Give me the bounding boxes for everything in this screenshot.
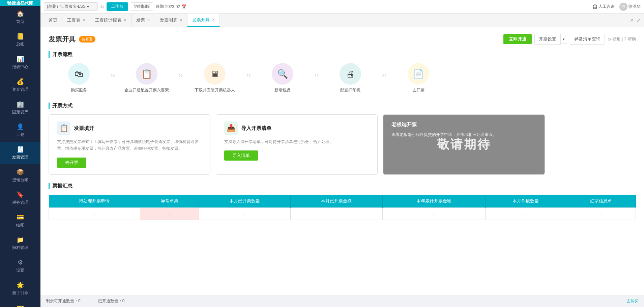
purchase-icon: 📦 bbox=[17, 168, 24, 176]
sidebar-item-invoice[interactable]: 🧾 发票管理 bbox=[0, 142, 40, 164]
sidebar-item-label: 设置 bbox=[16, 268, 24, 273]
step-arrow-1: ›› bbox=[111, 71, 115, 85]
step-issue[interactable]: 📄 去开票 bbox=[388, 63, 449, 93]
settings-dropdown-button[interactable]: ▾ bbox=[561, 35, 567, 44]
sidebar-item-guide[interactable]: 🌟 新手引导 bbox=[0, 277, 40, 300]
summary-table: 待处理开票申请 异常单票 本月已开票数量 本月已开票金额 本年累计开票金额 本月… bbox=[49, 195, 636, 220]
tab-label: 发票 bbox=[136, 17, 145, 23]
abnormal-list-button[interactable]: 异常清单查询 bbox=[570, 34, 605, 45]
summary-val-pending[interactable]: -- bbox=[49, 207, 140, 220]
step-buy[interactable]: 🛍 购买服务 bbox=[49, 63, 109, 93]
step-configure[interactable]: 📋 企业开通配置开票六要素 bbox=[116, 63, 177, 93]
step-download[interactable]: 🖥 下载并安装开票机器人 bbox=[184, 63, 245, 93]
buy-link[interactable]: 去购买 bbox=[626, 298, 639, 304]
close-icon[interactable]: ✕ bbox=[179, 18, 182, 22]
sidebar-item-settings[interactable]: ⚙ 设置 bbox=[0, 255, 40, 277]
remaining-label: 剩余可开通数量：0 bbox=[46, 298, 81, 304]
sidebar-item-label: 进销台账 bbox=[12, 177, 28, 183]
user-profile[interactable]: 徐 徐泓华 bbox=[619, 3, 641, 11]
sidebar-item-home[interactable]: 🏠 首页 bbox=[0, 6, 40, 29]
finance-icon: 💰 bbox=[17, 78, 24, 85]
avatar: 徐 bbox=[619, 3, 627, 11]
help-video-label[interactable]: 视频 bbox=[612, 36, 620, 42]
billing-manual-button[interactable]: 去开票 bbox=[57, 158, 86, 168]
summary-val-red[interactable]: -- bbox=[566, 207, 636, 220]
summary-col-count: 本月已开票数量 bbox=[199, 195, 291, 208]
step-tax[interactable]: 🔍 新增税盘 bbox=[252, 63, 313, 93]
switch-version-button[interactable]: 切到旧版 bbox=[131, 2, 153, 11]
summary-val-abnormal[interactable]: -- bbox=[140, 207, 199, 220]
copy-icon[interactable]: ⧉ bbox=[100, 4, 104, 9]
process-section-title: 开票流程 bbox=[49, 51, 636, 58]
sidebar-item-ledger[interactable]: 📒 总账 bbox=[0, 29, 40, 51]
billing-manual-title: 发票填开 bbox=[74, 125, 94, 132]
close-tab-icon[interactable]: ✕ bbox=[630, 18, 634, 23]
help-doc-label[interactable]: 帮助 bbox=[628, 36, 636, 42]
tab-invoice[interactable]: 发票 ✕ bbox=[131, 13, 155, 27]
billing-import-button[interactable]: 导入清单 bbox=[224, 150, 258, 161]
step-arrow-5: ›› bbox=[382, 71, 386, 85]
restore-tab-icon[interactable]: ⤢ bbox=[637, 18, 641, 23]
summary-val-year-amount[interactable]: -- bbox=[382, 207, 485, 220]
sidebar: 畅捷通易代账 🏠 首页 📒 总账 📊 报表中心 💰 资金管理 🏢 固定资产 👤 … bbox=[0, 0, 40, 307]
close-icon[interactable]: ✕ bbox=[123, 18, 126, 22]
tab-salary[interactable]: 工资表 ✕ bbox=[62, 13, 90, 27]
summary-header-row: 待处理开票申请 异常单票 本月已开票数量 本月已开票金额 本年累计开票金额 本月… bbox=[49, 195, 636, 208]
settings-main-button[interactable]: 开票设置 bbox=[534, 34, 561, 45]
period-value: 2023-02 bbox=[165, 4, 180, 9]
close-icon[interactable]: ✕ bbox=[82, 18, 85, 22]
tab-invoice-issue[interactable]: 发票开具 ✕ bbox=[187, 13, 220, 27]
settings-button-group: 开票设置 ▾ bbox=[534, 34, 567, 45]
reports-icon: 📊 bbox=[17, 55, 24, 63]
close-icon[interactable]: ✕ bbox=[147, 18, 150, 22]
gear-icon: ⚙ bbox=[18, 259, 23, 266]
sidebar-item-assets[interactable]: 🏢 固定资产 bbox=[0, 96, 40, 119]
tab-home[interactable]: 首页 bbox=[44, 13, 62, 27]
summary-col-abnormal: 异常单票 bbox=[140, 195, 199, 208]
guide-icon: 🌟 bbox=[17, 281, 24, 289]
sidebar-item-finance[interactable]: 💰 资金管理 bbox=[0, 74, 40, 96]
billing-old-title: 老板端开票 bbox=[391, 121, 417, 128]
tax-icon: 🔖 bbox=[17, 191, 24, 198]
archive-icon: 📁 bbox=[17, 236, 24, 244]
billing-import-title: 导入开票清单 bbox=[241, 125, 271, 132]
tab-invoice-calc[interactable]: 发票测算 ✕ bbox=[155, 13, 187, 27]
calendar-icon[interactable]: 📅 bbox=[181, 4, 186, 9]
sidebar-item-label: 资金管理 bbox=[12, 87, 28, 92]
sidebar-item-tax[interactable]: 🔖 税务管理 bbox=[0, 187, 40, 210]
billing-card-import-header: 📥 导入开票清单 bbox=[224, 121, 369, 135]
sidebar-item-member[interactable]: 🎫 畅会员 bbox=[0, 300, 40, 307]
invoice-icon: 🧾 bbox=[17, 146, 24, 153]
process-steps: 🛍 购买服务 ›› 📋 企业开通配置开票六要素 ›› 🖥 下载并安装开票机器人 … bbox=[49, 63, 636, 93]
sidebar-item-label: 固定资产 bbox=[12, 109, 28, 115]
closing-icon: 💳 bbox=[17, 214, 24, 221]
summary-section-title: 票据汇总 bbox=[49, 183, 636, 189]
step-printer[interactable]: 🖨 配置打印机 bbox=[320, 63, 381, 93]
assets-icon: 🏢 bbox=[17, 101, 24, 108]
immediate-open-button[interactable]: 立即开通 bbox=[503, 34, 532, 44]
step-icon-configure: 📋 bbox=[136, 63, 157, 85]
step-label-tax: 新增税盘 bbox=[274, 87, 291, 93]
divider bbox=[87, 298, 91, 304]
summary-col-red: 红字信息单 bbox=[566, 195, 636, 208]
sidebar-item-closing[interactable]: 💳 结账 bbox=[0, 210, 40, 232]
support-button[interactable]: 🎧 人工咨询 bbox=[592, 4, 615, 9]
step-icon-printer: 🖨 bbox=[340, 63, 361, 85]
page-title: 发票开具 bbox=[49, 35, 76, 44]
work-tab-button[interactable]: 工作台 bbox=[107, 2, 128, 11]
ledger-icon: 📒 bbox=[17, 33, 24, 40]
help-video-icon: ⊙ bbox=[608, 37, 611, 41]
sidebar-item-purchase[interactable]: 📦 进销台账 bbox=[0, 164, 40, 187]
tab-salary-report[interactable]: 工资统计报表 ✕ bbox=[90, 13, 131, 27]
billing-card-manual-header: 📋 发票填开 bbox=[57, 121, 202, 135]
sidebar-item-archive[interactable]: 📁 归档管理 bbox=[0, 232, 40, 255]
summary-val-amount[interactable]: -- bbox=[291, 207, 382, 220]
close-icon[interactable]: ✕ bbox=[212, 18, 215, 22]
summary-val-void[interactable]: -- bbox=[485, 207, 566, 220]
summary-val-count[interactable]: -- bbox=[199, 207, 291, 220]
company-selector[interactable]: (勿删）江西服宝-LSS ▾ bbox=[44, 2, 98, 11]
divider: | bbox=[622, 37, 623, 41]
page-title-group: 发票开具 待开通 bbox=[49, 35, 95, 44]
sidebar-item-reports[interactable]: 📊 报表中心 bbox=[0, 51, 40, 74]
sidebar-item-salary[interactable]: 👤 工资 bbox=[0, 119, 40, 142]
